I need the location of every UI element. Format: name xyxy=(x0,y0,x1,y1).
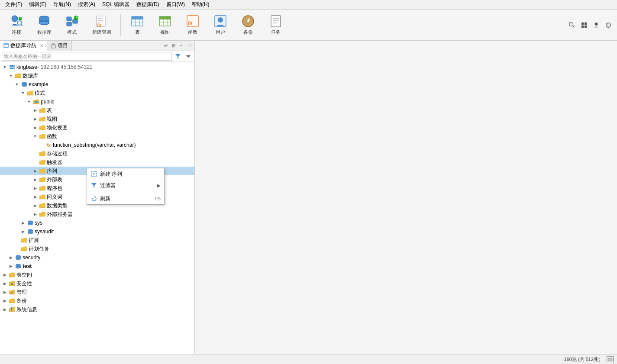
toolbar-table-btn[interactable]: 表 xyxy=(124,12,150,38)
toolbar-connect-btn[interactable]: + 连接 xyxy=(3,12,29,38)
ctx-filter-arrow: ▶ xyxy=(157,183,161,188)
tree-item-management[interactable]: ▶ 管理 xyxy=(0,288,194,296)
expand-foreign-servers[interactable]: ▶ xyxy=(32,211,38,217)
toolbar-grid-btn[interactable] xyxy=(579,20,589,30)
tree-item-procedures[interactable]: ▶ 存储过程 xyxy=(0,149,194,158)
expand-backup2[interactable]: ▶ xyxy=(2,298,8,304)
expand-sysinfo[interactable]: ▶ xyxy=(2,306,8,312)
menu-search[interactable]: 搜索(A) xyxy=(74,0,99,9)
menu-file[interactable]: 文件(F) xyxy=(2,0,26,9)
triggers-folder-icon xyxy=(39,159,46,166)
expand-management[interactable]: ▶ xyxy=(2,289,8,295)
svg-point-87 xyxy=(11,292,13,294)
tab-project[interactable]: 项目 xyxy=(47,41,72,51)
menu-edit[interactable]: 编辑(E) xyxy=(26,0,50,9)
tree-item-databases[interactable]: ▼ 数据库 xyxy=(0,71,194,80)
toolbar-new-query-btn[interactable]: fx 新建查询 xyxy=(87,12,117,38)
expand-sequences[interactable]: ▶ xyxy=(32,168,38,174)
svg-text:+: + xyxy=(75,14,78,20)
connect-icon: + xyxy=(10,14,23,28)
tree-item-public[interactable]: ▼ public xyxy=(0,97,194,106)
tree-item-backup2[interactable]: ▶ 备份 xyxy=(0,296,194,305)
tree-item-sys[interactable]: ▶ sys xyxy=(0,219,194,227)
filter-dropdown-btn[interactable] xyxy=(184,52,193,61)
tree-item-test[interactable]: ▶ test xyxy=(0,262,194,271)
filter-btn[interactable] xyxy=(174,52,182,61)
expand-synonyms[interactable]: ▶ xyxy=(32,194,38,200)
expand-security2[interactable]: ▶ xyxy=(2,280,8,287)
tree-item-security2[interactable]: ▶ 安全性 xyxy=(0,279,194,288)
expand-public[interactable]: ▼ xyxy=(26,99,32,105)
panel-nav-btn[interactable]: ⊞ xyxy=(170,42,177,49)
toolbar-function-btn[interactable]: fx 函数 xyxy=(180,12,206,38)
ctx-refresh[interactable]: 刷新 F5 xyxy=(87,193,164,204)
expand-foreign-tables[interactable]: ▶ xyxy=(32,177,38,183)
datatypes-folder-icon xyxy=(39,202,46,209)
expand-schemas[interactable]: ▼ xyxy=(20,90,26,96)
expand-test[interactable]: ▶ xyxy=(8,263,14,269)
toolbar-search-btn[interactable] xyxy=(567,20,577,30)
panel-max-btn[interactable]: □ xyxy=(186,42,193,49)
panel-sync-btn[interactable]: ⇄ xyxy=(162,42,169,49)
svg-point-0 xyxy=(12,16,18,22)
tablespace-label: 表空间 xyxy=(16,271,32,279)
tree-item-root[interactable]: ▼ kingbase - 192.168.45.158:54321 xyxy=(0,63,194,71)
panel-min-btn[interactable]: − xyxy=(178,42,185,49)
tree-item-triggers[interactable]: ▶ 触发器 xyxy=(0,158,194,167)
func1-icon: fx xyxy=(45,142,52,148)
toolbar-bug-btn[interactable]: ! xyxy=(603,20,614,30)
scheduledjobs-folder-icon xyxy=(21,245,28,252)
tree-item-scheduledjobs[interactable]: ▶ 计划任务 xyxy=(0,245,194,253)
expand-tables[interactable]: ▶ xyxy=(32,107,38,113)
menu-navigate[interactable]: 导航(N) xyxy=(50,0,74,9)
tree-item-func1[interactable]: ▶ fx function_substring(varchar, varchar… xyxy=(0,141,194,149)
menu-window[interactable]: 窗口(W) xyxy=(163,0,188,9)
expand-views[interactable]: ▶ xyxy=(32,116,38,122)
toolbar-database-btn[interactable]: 数据库 xyxy=(31,12,57,38)
menu-sql-editor[interactable]: SQL 编辑器 xyxy=(99,0,133,9)
ctx-new-seq[interactable]: 新建 序列 xyxy=(87,168,164,180)
tree-item-sysinfo[interactable]: ▶ i 系统信息 xyxy=(0,305,194,314)
tree-item-sysaudit[interactable]: ▶ sysaudit xyxy=(0,227,194,236)
tree-item-example[interactable]: ▼ example xyxy=(0,80,194,89)
expand-root[interactable]: ▼ xyxy=(2,64,8,70)
ctx-refresh-label: 刷新 xyxy=(100,195,152,203)
tree-item-matviews[interactable]: ▶ 物化视图 xyxy=(0,123,194,132)
svg-line-42 xyxy=(573,26,575,27)
tree-item-tables[interactable]: ▶ 表 xyxy=(0,106,194,115)
toolbar-user-btn[interactable]: 用户 xyxy=(207,12,233,38)
toolbar-backup-btn[interactable]: 备份 xyxy=(235,12,261,38)
toolbar-schema-btn[interactable]: + 模式 xyxy=(59,12,85,38)
toolbar-person-btn[interactable] xyxy=(591,20,601,30)
tree-item-functions[interactable]: ▼ 函数 xyxy=(0,132,194,141)
menu-database[interactable]: 数据库(D) xyxy=(133,0,163,9)
toolbar-view-btn[interactable]: 视图 xyxy=(152,12,178,38)
search-input[interactable] xyxy=(2,52,172,61)
expand-datatypes[interactable]: ▶ xyxy=(32,203,38,209)
toolbar-task-btn[interactable]: 任务 xyxy=(263,12,289,38)
databases-folder-icon xyxy=(15,72,22,79)
tree-item-extensions[interactable]: ▶ 扩展 xyxy=(0,236,194,245)
expand-functions[interactable]: ▼ xyxy=(32,133,38,139)
tab-db-navigator[interactable]: 数据库导航 ✕ xyxy=(0,41,47,51)
tab-close-btn[interactable]: ✕ xyxy=(40,43,43,48)
expand-databases[interactable]: ▼ xyxy=(8,73,14,79)
expand-security[interactable]: ▶ xyxy=(8,254,14,261)
expand-sysaudit[interactable]: ▶ xyxy=(20,229,26,235)
synonyms-label: 同义词 xyxy=(47,193,62,201)
expand-packages[interactable]: ▶ xyxy=(32,185,38,191)
filter-ctx-icon xyxy=(90,182,97,189)
tree-item-views[interactable]: ▶ 视图 xyxy=(0,115,194,123)
expand-matviews[interactable]: ▶ xyxy=(32,125,38,131)
memory-icon xyxy=(607,356,614,363)
expand-sys[interactable]: ▶ xyxy=(20,220,26,226)
root-connection: - 192.168.45.158:54321 xyxy=(37,64,92,70)
tree-item-security[interactable]: ▶ security xyxy=(0,253,194,262)
menu-help[interactable]: 帮助(H) xyxy=(188,0,213,9)
ctx-filter[interactable]: 过滤器 ▶ xyxy=(87,180,164,191)
tree-item-tablespace[interactable]: ▶ 表空间 xyxy=(0,271,194,279)
expand-example[interactable]: ▼ xyxy=(14,81,20,87)
expand-tablespace[interactable]: ▶ xyxy=(2,272,8,278)
tree-item-foreign-servers[interactable]: ▶ 外部服务器 xyxy=(0,210,194,219)
tree-item-schemas[interactable]: ▼ 模式 xyxy=(0,89,194,97)
